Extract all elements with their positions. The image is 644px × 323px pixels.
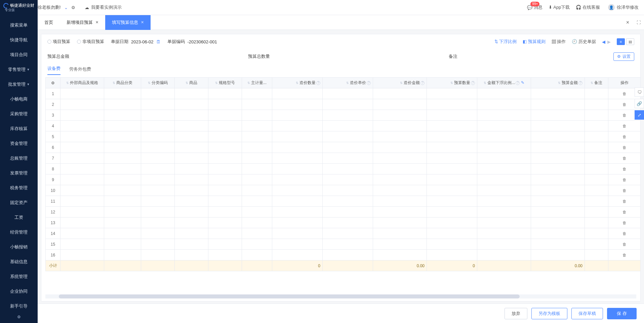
cell[interactable] (242, 239, 272, 250)
table-row[interactable]: 11🗑 (46, 196, 641, 207)
col-header-7[interactable]: ⇅造价数量? (272, 78, 323, 88)
cell[interactable] (531, 207, 585, 217)
cell[interactable] (585, 99, 608, 110)
cell[interactable] (585, 110, 608, 121)
cell[interactable] (272, 142, 323, 153)
cell[interactable] (175, 142, 208, 153)
edit-icon[interactable]: ✎ (521, 80, 524, 85)
cell[interactable] (208, 131, 242, 142)
cell[interactable] (477, 110, 531, 121)
cell[interactable] (175, 131, 208, 142)
cell[interactable] (175, 174, 208, 185)
cell[interactable] (104, 207, 141, 217)
cell[interactable] (104, 88, 141, 99)
cell[interactable] (427, 142, 477, 153)
cell[interactable] (208, 121, 242, 131)
delete-icon[interactable]: 🗑 (622, 102, 627, 107)
cell[interactable] (531, 121, 585, 131)
cell[interactable] (272, 164, 323, 174)
help-icon[interactable]: ? (316, 81, 320, 85)
cell[interactable] (272, 88, 323, 99)
cell[interactable] (272, 131, 323, 142)
cell[interactable] (272, 121, 323, 131)
cell[interactable] (141, 185, 175, 196)
table-row[interactable]: 6🗑 (46, 142, 641, 153)
cell[interactable] (373, 196, 427, 207)
rail-note-button[interactable]: 🗨 (635, 87, 644, 97)
sidebar-item-17[interactable]: 系统管理 (0, 269, 38, 284)
sidebar-item-1[interactable]: 快捷导航 (0, 33, 38, 47)
delete-icon[interactable]: 🗑 (622, 91, 627, 96)
sidebar-item-11[interactable]: 税务管理 (0, 180, 38, 195)
delete-icon[interactable]: 🗑 (622, 156, 627, 161)
help-icon[interactable]: ? (420, 81, 425, 85)
cell[interactable] (104, 110, 141, 121)
cell[interactable] (323, 174, 373, 185)
cell[interactable] (427, 131, 477, 142)
sidebar-item-6[interactable]: 采购管理 (0, 107, 38, 121)
col-header-1[interactable]: ⇅外部商品及规格 (61, 78, 104, 88)
cell[interactable] (427, 110, 477, 121)
cell[interactable] (104, 217, 141, 228)
cell[interactable] (61, 99, 104, 110)
cell[interactable] (61, 142, 104, 153)
cell[interactable] (531, 99, 585, 110)
sidebar-item-10[interactable]: 发票管理 (0, 166, 38, 180)
cell[interactable] (531, 185, 585, 196)
cell[interactable] (373, 121, 427, 131)
sort-icon[interactable]: ⇅ (296, 81, 298, 85)
cell[interactable] (242, 174, 272, 185)
cell[interactable] (61, 250, 104, 260)
cell[interactable] (61, 174, 104, 185)
cell[interactable] (477, 121, 531, 131)
total-qty-input[interactable] (274, 54, 361, 59)
close-icon[interactable]: ✕ (141, 20, 144, 25)
table-row[interactable]: 5🗑 (46, 131, 641, 142)
sidebar-item-4[interactable]: 批发管理▼ (0, 77, 38, 92)
cell[interactable] (531, 153, 585, 164)
cell[interactable] (427, 174, 477, 185)
cell[interactable] (477, 217, 531, 228)
remark-input[interactable] (461, 54, 549, 59)
cell[interactable] (208, 153, 242, 164)
cell[interactable] (373, 142, 427, 153)
discard-button[interactable]: 放弃 (505, 308, 527, 319)
down-ratio-button[interactable]: ⇅ 下浮比例 (494, 39, 517, 45)
cell[interactable] (531, 164, 585, 174)
cell[interactable] (104, 142, 141, 153)
cell[interactable] (175, 88, 208, 99)
sort-icon[interactable]: ⇅ (400, 81, 403, 85)
sort-icon[interactable]: ⇅ (186, 81, 188, 85)
next-record-button[interactable]: ▶ (607, 39, 611, 44)
cell[interactable] (141, 239, 175, 250)
view-list-button[interactable]: ≡ (617, 38, 625, 45)
cell[interactable] (272, 99, 323, 110)
delete-icon[interactable]: 🗑 (622, 199, 627, 204)
cell[interactable] (208, 88, 242, 99)
bill-date[interactable]: 单据日期 2023-06-02 🗓 (111, 39, 161, 45)
cell[interactable] (208, 217, 242, 228)
cell[interactable] (104, 174, 141, 185)
help-icon[interactable]: ? (367, 81, 371, 85)
cell[interactable] (585, 196, 608, 207)
cell[interactable] (585, 121, 608, 131)
cell[interactable] (373, 228, 427, 239)
delete-icon[interactable]: 🗑 (622, 124, 627, 128)
cell[interactable] (61, 185, 104, 196)
cell[interactable] (175, 228, 208, 239)
budget-rule-button[interactable]: ◧ 预算规则 (523, 39, 546, 45)
cell[interactable] (323, 228, 373, 239)
help-icon[interactable]: ? (516, 81, 520, 85)
cell[interactable] (208, 110, 242, 121)
cell[interactable] (427, 196, 477, 207)
cell[interactable] (141, 142, 175, 153)
cell[interactable] (175, 99, 208, 110)
sort-icon[interactable]: ⇅ (450, 81, 453, 85)
cell[interactable] (141, 196, 175, 207)
cell[interactable] (427, 99, 477, 110)
inner-tab-0[interactable]: 设备费 (47, 66, 61, 75)
delete-icon[interactable]: 🗑 (622, 177, 627, 182)
horizontal-scrollbar[interactable] (45, 294, 636, 298)
org-switcher[interactable]: 徐老板勿删! ⌄ ⚙ (38, 4, 75, 10)
cell[interactable] (531, 174, 585, 185)
